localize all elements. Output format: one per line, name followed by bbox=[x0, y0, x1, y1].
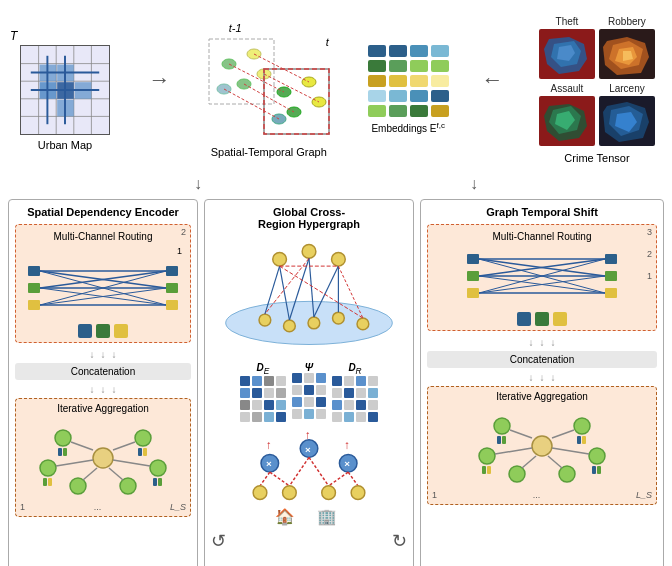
psi-matrix bbox=[292, 373, 326, 419]
larceny-label: Larceny bbox=[609, 83, 645, 94]
gts-mcr-dots bbox=[432, 312, 652, 326]
svg-rect-121 bbox=[605, 288, 617, 298]
stg-caption: Spatial-Temporal Graph bbox=[211, 146, 327, 158]
svg-line-138 bbox=[510, 430, 532, 438]
sde-mcr-num2: 2 bbox=[181, 227, 186, 237]
svg-rect-73 bbox=[48, 478, 52, 486]
svg-rect-147 bbox=[582, 436, 586, 444]
assault-image bbox=[539, 96, 595, 146]
assault-label: Assault bbox=[551, 83, 584, 94]
svg-rect-151 bbox=[597, 466, 601, 474]
svg-rect-69 bbox=[63, 448, 67, 456]
sde-title: Spatial Dependency Encoder bbox=[15, 206, 191, 218]
svg-rect-145 bbox=[502, 436, 506, 444]
embeddings-caption: Embeddings Ef,c bbox=[371, 121, 445, 134]
svg-point-57 bbox=[135, 430, 151, 446]
gts-ia-box: Iterative Aggregation bbox=[427, 386, 657, 505]
svg-line-141 bbox=[552, 448, 589, 454]
svg-point-133 bbox=[574, 418, 590, 434]
theft-label: Theft bbox=[556, 16, 579, 27]
gts-mcr-box: 3 2 1 Multi-Channel Routing bbox=[427, 224, 657, 331]
svg-point-58 bbox=[40, 460, 56, 476]
svg-text:×: × bbox=[344, 458, 350, 469]
stg-diagram bbox=[204, 34, 334, 144]
svg-point-113 bbox=[351, 486, 365, 500]
arrow-from-crime: ← bbox=[482, 67, 504, 93]
svg-rect-68 bbox=[58, 448, 62, 456]
gts-corner-numbers: 3 2 1 bbox=[647, 227, 652, 281]
de-label: DE bbox=[257, 362, 270, 376]
curved-arrow-left: ↺ bbox=[211, 530, 226, 552]
de-matrix bbox=[240, 376, 286, 422]
svg-point-110 bbox=[253, 486, 267, 500]
svg-point-135 bbox=[589, 448, 605, 464]
larceny-image bbox=[599, 96, 655, 146]
svg-text:↑: ↑ bbox=[344, 438, 350, 451]
svg-line-140 bbox=[495, 448, 532, 454]
svg-text:🏢: 🏢 bbox=[317, 507, 337, 526]
svg-rect-71 bbox=[143, 448, 147, 456]
svg-line-66 bbox=[83, 468, 97, 480]
svg-line-64 bbox=[56, 460, 93, 466]
embeddings-bars bbox=[368, 45, 449, 117]
t-label: T bbox=[10, 29, 17, 43]
gcrh-bottom-diagram: × × × ↑ ↑ ↑ bbox=[211, 428, 407, 528]
gts-down-arrows: ↓↓↓ bbox=[427, 337, 657, 348]
main-container: T bbox=[0, 0, 672, 566]
svg-text:×: × bbox=[305, 444, 311, 455]
sde-ia-title: Iterative Aggregation bbox=[20, 403, 186, 414]
svg-point-78 bbox=[284, 320, 296, 332]
svg-line-65 bbox=[113, 460, 150, 466]
gts-ia-title: Iterative Aggregation bbox=[432, 391, 652, 402]
down-arrows-row: ↓ ↓ bbox=[0, 175, 672, 193]
svg-line-102 bbox=[270, 472, 290, 486]
svg-text:↑: ↑ bbox=[305, 428, 311, 441]
down-arrow-gts: ↓ bbox=[470, 175, 478, 193]
svg-rect-119 bbox=[605, 254, 617, 264]
svg-point-83 bbox=[302, 245, 316, 259]
svg-line-142 bbox=[522, 456, 536, 468]
svg-rect-75 bbox=[158, 478, 162, 486]
svg-point-112 bbox=[322, 486, 336, 500]
gts-down-arrows2: ↓↓↓ bbox=[427, 372, 657, 383]
urban-map-grid bbox=[20, 45, 110, 135]
gcrh-block: Global Cross- Region Hypergraph bbox=[204, 199, 414, 566]
crime-tensor-block: Theft Robbery bbox=[532, 16, 662, 164]
sde-mcr-title: Multi-Channel Routing bbox=[20, 231, 186, 242]
svg-line-101 bbox=[260, 472, 270, 486]
svg-point-131 bbox=[532, 436, 552, 456]
svg-text:↑: ↑ bbox=[266, 438, 272, 451]
crime-tensor-caption: Crime Tensor bbox=[564, 152, 629, 164]
svg-line-62 bbox=[71, 442, 93, 450]
svg-line-139 bbox=[552, 430, 574, 438]
down-arrow-sde: ↓ bbox=[194, 175, 202, 193]
crime-images: Theft Robbery bbox=[539, 16, 655, 146]
gts-title: Graph Temporal Shift bbox=[427, 206, 657, 218]
sde-down-arrows2: ↓↓↓ bbox=[15, 384, 191, 395]
sde-mcr-box: 2 Multi-Channel Routing 1 bbox=[15, 224, 191, 343]
robbery-label: Robbery bbox=[608, 16, 646, 27]
svg-line-143 bbox=[548, 456, 562, 468]
sde-down-arrows: ↓↓↓ bbox=[15, 349, 191, 360]
gcrh-curved-arrows: ↺ ↻ bbox=[211, 530, 407, 552]
sde-mcr-dots bbox=[20, 324, 186, 338]
svg-line-103 bbox=[289, 457, 309, 485]
svg-rect-74 bbox=[153, 478, 157, 486]
stg-block: t-1 t bbox=[199, 22, 339, 158]
svg-point-56 bbox=[55, 430, 71, 446]
svg-point-132 bbox=[494, 418, 510, 434]
gts-mcr-title: Multi-Channel Routing bbox=[432, 231, 652, 242]
svg-point-77 bbox=[259, 314, 271, 326]
svg-point-134 bbox=[479, 448, 495, 464]
svg-point-55 bbox=[93, 448, 113, 468]
gts-ia-diagram bbox=[432, 406, 652, 486]
svg-point-111 bbox=[283, 486, 297, 500]
matrix-section: DE bbox=[211, 362, 407, 422]
svg-rect-44 bbox=[166, 283, 178, 293]
sde-mcr-num1: 1 bbox=[20, 246, 186, 256]
top-section: T bbox=[0, 0, 672, 175]
svg-rect-150 bbox=[592, 466, 596, 474]
svg-text:🏠: 🏠 bbox=[275, 507, 295, 526]
svg-rect-149 bbox=[487, 466, 491, 474]
gcrh-hypergraph bbox=[211, 236, 407, 356]
